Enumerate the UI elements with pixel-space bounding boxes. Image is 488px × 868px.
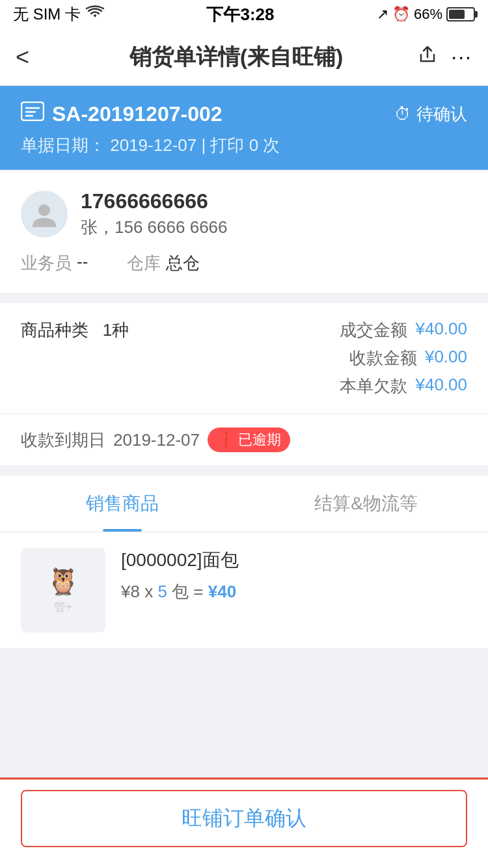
confirm-order-button[interactable]: 旺铺订单确认 xyxy=(21,790,467,847)
wifi-icon xyxy=(86,5,104,23)
status-clock-icon: ⏱ xyxy=(394,104,411,124)
summary-left: 商品种类 1种 xyxy=(21,319,129,342)
product-thumbnail: 🦉 管+ xyxy=(21,548,105,632)
alarm-icon: ⏰ xyxy=(392,6,410,23)
product-details: [0000002]面包 ¥8 x 5 包 = ¥40 xyxy=(121,548,467,603)
customer-meta: 业务员 -- 仓库 总仓 xyxy=(21,252,467,275)
price-value: ¥8 xyxy=(121,582,140,601)
due-amount-value: ¥40.00 xyxy=(415,375,467,398)
product-total: ¥40 xyxy=(208,582,236,601)
order-header: SA-20191207-002 ⏱ 待确认 单据日期： 2019-12-07 |… xyxy=(0,86,488,170)
svg-point-1 xyxy=(38,204,50,216)
order-print-info: | 打印 0 次 xyxy=(201,135,280,155)
more-icon[interactable]: ··· xyxy=(451,45,472,69)
status-time: 下午3:28 xyxy=(206,3,274,26)
due-date-label: 收款到期日 xyxy=(21,429,105,452)
location-icon: ↗ xyxy=(377,6,388,23)
share-icon[interactable] xyxy=(417,44,438,70)
bottom-bar: 旺铺订单确认 xyxy=(0,778,488,868)
transaction-amount-label: 成交金额 xyxy=(340,319,407,342)
back-button[interactable]: < xyxy=(16,44,55,71)
customer-info: 17666666666 张，156 6666 6666 xyxy=(81,189,467,239)
overdue-icon: ❗ xyxy=(217,431,234,448)
due-amount-label: 本单欠款 xyxy=(340,375,407,398)
product-price: ¥8 x 5 包 = ¥40 xyxy=(121,580,467,603)
product-name: [0000002]面包 xyxy=(121,548,467,573)
product-type-label: 商品种类 xyxy=(21,320,88,340)
status-left: 无 SIM 卡 xyxy=(13,4,104,25)
customer-section: 17666666666 张，156 6666 6666 业务员 -- 仓库 总仓 xyxy=(0,171,488,293)
order-id: SA-20191207-002 xyxy=(21,102,223,126)
price-separator: x xyxy=(144,582,157,601)
customer-avatar xyxy=(21,191,68,237)
received-amount-label: 收款金额 xyxy=(349,347,417,370)
product-brand: 管+ xyxy=(54,599,73,615)
due-date-value: 2019-12-07 xyxy=(113,430,200,450)
warehouse-label: 仓库 xyxy=(127,252,161,275)
product-type-value: 1种 xyxy=(103,320,129,340)
order-status-text: 待确认 xyxy=(416,103,467,126)
summary-right: 成交金额 ¥40.00 收款金额 ¥0.00 本单欠款 ¥40.00 xyxy=(340,319,467,398)
warehouse-value: 总仓 xyxy=(166,252,200,275)
customer-phone: 17666666666 xyxy=(81,189,467,213)
owl-icon: 🦉 xyxy=(47,566,79,597)
order-id-text: SA-20191207-002 xyxy=(52,102,223,126)
transaction-amount-row: 成交金额 ¥40.00 xyxy=(340,319,467,342)
due-section: 收款到期日 2019-12-07 ❗ 已逾期 xyxy=(0,414,488,465)
salesperson-label: 业务员 xyxy=(21,252,72,275)
salesperson-value: -- xyxy=(77,252,88,275)
tab-settlement[interactable]: 结算&物流等 xyxy=(244,476,488,532)
tab-bar: 销售商品 结算&物流等 xyxy=(0,476,488,532)
order-status: ⏱ 待确认 xyxy=(394,103,467,126)
received-amount-value: ¥0.00 xyxy=(425,347,467,370)
order-date-label: 单据日期： xyxy=(21,135,105,155)
tab-section: 销售商品 结算&物流等 🦉 管+ [0000002]面包 ¥8 x 5 包 xyxy=(0,476,488,648)
product-quantity: 5 xyxy=(157,582,167,601)
status-right: ↗ ⏰ 66% xyxy=(377,6,475,23)
order-icon xyxy=(21,102,44,126)
empty-area xyxy=(0,648,488,778)
nav-title: 销货单详情(来自旺铺) xyxy=(65,42,407,72)
customer-name: 张，156 6666 6666 xyxy=(81,216,467,239)
battery-percent: 66% xyxy=(414,6,442,23)
product-item: 🦉 管+ [0000002]面包 ¥8 x 5 包 = ¥40 xyxy=(21,548,467,632)
order-date-row: 单据日期： 2019-12-07 | 打印 0 次 xyxy=(21,134,467,157)
nav-bar: < 销货单详情(来自旺铺) ··· xyxy=(0,29,488,86)
status-bar: 无 SIM 卡 下午3:28 ↗ ⏰ 66% xyxy=(0,0,488,29)
nav-actions: ··· xyxy=(407,44,472,70)
product-section: 🦉 管+ [0000002]面包 ¥8 x 5 包 = ¥40 xyxy=(0,532,488,648)
order-date: 2019-12-07 xyxy=(110,135,197,155)
product-type-item: 商品种类 1种 xyxy=(21,319,129,342)
received-amount-row: 收款金额 ¥0.00 xyxy=(349,347,467,370)
product-unit: 包 xyxy=(172,582,189,601)
battery-icon xyxy=(446,7,475,21)
due-amount-row: 本单欠款 ¥40.00 xyxy=(340,375,467,398)
summary-section: 商品种类 1种 成交金额 ¥40.00 收款金额 ¥0.00 本单欠款 ¥40.… xyxy=(0,303,488,413)
tab-sales-products[interactable]: 销售商品 xyxy=(0,476,244,532)
overdue-text: 已逾期 xyxy=(238,430,281,450)
overdue-badge: ❗ 已逾期 xyxy=(208,427,290,452)
transaction-amount-value: ¥40.00 xyxy=(415,319,467,342)
carrier-text: 无 SIM 卡 xyxy=(13,4,81,25)
price-equals: = xyxy=(193,582,208,601)
